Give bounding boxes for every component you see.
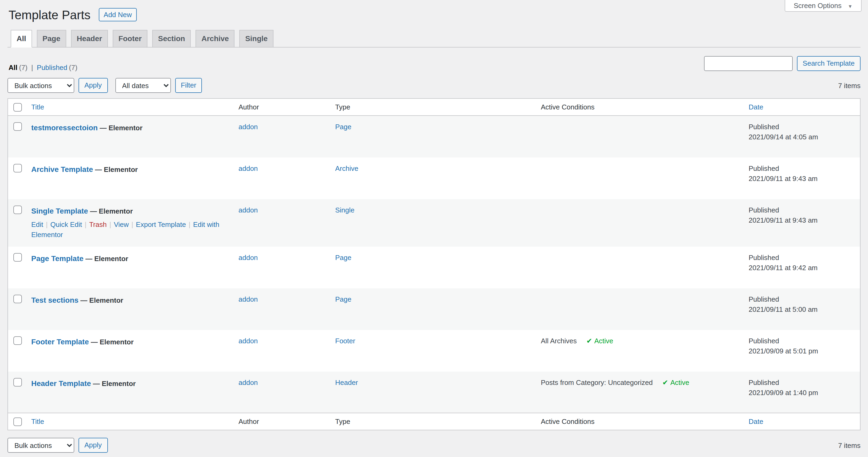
publish-status: Published (749, 336, 855, 347)
trash-action[interactable]: Trash (89, 221, 107, 228)
add-new-button[interactable]: Add New (99, 8, 137, 21)
select-all-checkbox[interactable] (13, 103, 22, 112)
type-link[interactable]: Page (335, 254, 351, 262)
table-toolbar-bottom: Bulk actions Apply 7 items (7, 438, 861, 453)
publish-date: 2021/09/11 at 9:43 am (749, 174, 855, 184)
row-checkbox[interactable] (13, 123, 22, 131)
view-all-count: (7) (19, 64, 28, 72)
edit-action[interactable]: Edit (31, 221, 43, 228)
template-title-link[interactable]: Test sections (31, 296, 79, 304)
sort-by-title-link[interactable]: Title (31, 418, 44, 426)
table-row: Page Template — Elementor addon Page Pub… (8, 247, 860, 288)
sort-by-title-link[interactable]: Title (31, 103, 44, 111)
type-link[interactable]: Header (335, 379, 358, 387)
tab-footer[interactable]: Footer (113, 30, 148, 48)
title-cell: Header Template — Elementor (26, 371, 233, 413)
tab-single[interactable]: Single (239, 30, 274, 48)
publish-date: 2021/09/14 at 4:05 am (749, 133, 855, 143)
apply-button[interactable]: Apply (79, 438, 107, 453)
type-link[interactable]: Single (335, 206, 354, 214)
filter-button[interactable]: Filter (175, 78, 202, 93)
template-title-link[interactable]: Page Template (31, 254, 84, 263)
row-checkbox[interactable] (13, 295, 22, 303)
table-footer: Title Author Type Active Conditions Date (8, 413, 860, 430)
title-suffix: — Elementor (89, 338, 134, 346)
select-all-checkbox[interactable] (13, 418, 22, 426)
conditions-cell (535, 116, 743, 158)
column-header-author: Author (233, 99, 330, 116)
publish-date: 2021/09/11 at 9:42 am (749, 263, 855, 273)
author-link[interactable]: addon (239, 206, 258, 214)
chevron-down-icon: ▼ (848, 4, 852, 9)
sort-by-date-link[interactable]: Date (749, 418, 763, 426)
author-link[interactable]: addon (239, 295, 258, 303)
sort-by-date-link[interactable]: Date (749, 103, 763, 111)
publish-status: Published (749, 164, 855, 174)
date-filter-select[interactable]: All dates (115, 78, 170, 93)
template-title-link[interactable]: testmoressectoion (31, 124, 98, 132)
row-checkbox[interactable] (13, 336, 22, 345)
author-link[interactable]: addon (239, 254, 258, 262)
search-template-button[interactable]: Search Template (797, 56, 861, 71)
tab-archive[interactable]: Archive (195, 30, 235, 48)
row-checkbox[interactable] (13, 378, 22, 387)
view-action[interactable]: View (114, 221, 129, 228)
quick-edit-action[interactable]: Quick Edit (51, 221, 82, 228)
table-row: testmoressectoion — Elementor addon Page… (8, 116, 860, 158)
template-title-link[interactable]: Single Template (31, 207, 88, 215)
apply-button[interactable]: Apply (79, 78, 107, 93)
author-link[interactable]: addon (239, 164, 258, 172)
type-link[interactable]: Footer (335, 337, 355, 345)
view-all-link[interactable]: All(7) (8, 64, 28, 72)
date-cell: Published2021/09/11 at 9:43 am (743, 158, 860, 199)
conditions-cell (535, 158, 743, 199)
row-checkbox[interactable] (13, 164, 22, 172)
author-link[interactable]: addon (239, 379, 258, 387)
title-suffix: — Elementor (79, 296, 123, 304)
tab-page[interactable]: Page (37, 30, 66, 48)
type-link[interactable]: Page (335, 295, 351, 303)
bulk-actions-select[interactable]: Bulk actions (7, 78, 74, 93)
template-title-link[interactable]: Footer Template (31, 337, 89, 346)
export-template-action[interactable]: Export Template (136, 221, 186, 228)
author-link[interactable]: addon (239, 337, 258, 345)
wordpress-admin-page: Screen Options ▼ Template Parts Add New … (0, 0, 868, 457)
column-header-conditions: Active Conditions (535, 413, 743, 430)
conditions-cell (535, 288, 743, 330)
bulk-actions-select[interactable]: Bulk actions (7, 438, 74, 453)
column-header-conditions: Active Conditions (535, 99, 743, 116)
conditions-cell (535, 199, 743, 247)
condition-text: All Archives (541, 337, 577, 345)
bulk-actions-area: Bulk actions Apply (7, 438, 107, 453)
search-input[interactable] (704, 56, 793, 71)
screen-options-label: Screen Options (794, 2, 842, 10)
type-link[interactable]: Page (335, 123, 351, 131)
type-link[interactable]: Archive (335, 164, 359, 172)
active-check-icon: ✔ (586, 337, 592, 345)
row-checkbox[interactable] (13, 205, 22, 214)
date-cell: Published2021/09/09 at 1:40 pm (743, 371, 860, 413)
date-cell: Published2021/09/11 at 5:00 am (743, 288, 860, 330)
screen-options-button[interactable]: Screen Options ▼ (785, 0, 862, 12)
view-all-label: All (8, 64, 18, 72)
conditions-cell: All Archives✔Active (535, 330, 743, 371)
action-separator: | (46, 221, 48, 228)
title-cell: Single Template — Elementor Edit|Quick E… (26, 199, 233, 247)
template-type-tabs: All Page Header Footer Section Archive S… (7, 30, 861, 48)
template-title-link[interactable]: Archive Template (31, 165, 93, 173)
row-checkbox[interactable] (13, 253, 22, 262)
title-row: Template Parts Add New (7, 2, 861, 26)
tab-section[interactable]: Section (152, 30, 191, 48)
condition-text: Posts from Category: Uncategorized (541, 379, 653, 387)
tab-all[interactable]: All (11, 30, 32, 48)
publish-date: 2021/09/09 at 1:40 pm (749, 388, 855, 398)
date-cell: Published2021/09/14 at 4:05 am (743, 116, 860, 158)
column-header-type: Type (330, 99, 535, 116)
template-title-link[interactable]: Header Template (31, 379, 91, 388)
view-published-link[interactable]: Published(7) (37, 64, 78, 72)
table-body: testmoressectoion — Elementor addon Page… (8, 116, 860, 413)
title-cell: testmoressectoion — Elementor (26, 116, 233, 158)
author-link[interactable]: addon (239, 123, 258, 131)
tab-header[interactable]: Header (71, 30, 108, 48)
page-title: Template Parts (7, 4, 91, 26)
